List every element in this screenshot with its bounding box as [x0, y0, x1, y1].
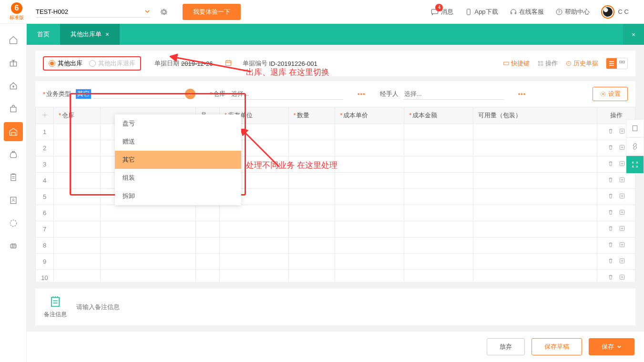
gift-icon: [9, 58, 18, 68]
table-row[interactable]: 7: [36, 221, 635, 238]
dd-option-chaxie[interactable]: 拆卸: [115, 187, 241, 205]
svg-rect-1: [467, 9, 470, 15]
column-settings-button[interactable]: 设置: [593, 87, 628, 101]
dd-option-zengsong[interactable]: 赠送: [115, 133, 241, 151]
rr-expand[interactable]: [626, 155, 644, 174]
rail-gift[interactable]: [4, 53, 23, 72]
add-row-icon[interactable]: [619, 160, 625, 168]
gear-column[interactable]: [36, 107, 54, 124]
tab-home[interactable]: 首页: [27, 24, 60, 45]
view-card[interactable]: [617, 58, 627, 69]
rail-clipboard[interactable]: [4, 168, 23, 187]
footer-bar: 放弃 保存草稿 保存: [27, 331, 644, 362]
rail-home[interactable]: [4, 31, 23, 50]
right-rail: [626, 119, 644, 174]
col-cost-price: *成本单价: [335, 107, 404, 124]
rail-money[interactable]: [4, 145, 23, 164]
chevron-down-icon: [144, 9, 150, 14]
close-icon[interactable]: ×: [105, 31, 109, 38]
add-row-icon[interactable]: [619, 225, 625, 233]
company-selector[interactable]: TEST-H002: [36, 6, 150, 18]
rail-contact[interactable]: [4, 191, 23, 210]
try-experience-button[interactable]: 我要体验一下: [183, 4, 241, 20]
tab-other-outbound[interactable]: 其他出库单 ×: [60, 24, 120, 45]
operate-link[interactable]: 操作: [537, 59, 558, 68]
delete-icon[interactable]: [607, 193, 614, 201]
rail-bag[interactable]: [4, 99, 23, 118]
dd-option-qita[interactable]: 其它: [115, 151, 241, 169]
business-type-field[interactable]: * 业务类型 其它: [43, 89, 195, 99]
radio-other-outbound[interactable]: 其他出库: [49, 59, 82, 68]
svg-point-22: [44, 114, 46, 116]
settings-gear-button[interactable]: [157, 5, 171, 19]
outbound-type-radio-group: 其他出库 其他出库退库: [43, 56, 141, 71]
handler-input[interactable]: [403, 88, 504, 100]
svg-text:新: 新: [10, 243, 16, 248]
expand-icon: [631, 161, 639, 168]
add-row-icon[interactable]: [619, 144, 625, 152]
messages-button[interactable]: 消息 4: [430, 8, 453, 16]
delete-icon[interactable]: [607, 160, 614, 168]
delete-icon[interactable]: [607, 258, 614, 266]
history-icon: [565, 60, 572, 67]
more-dots-icon[interactable]: •••: [358, 91, 366, 98]
view-toggle: [606, 58, 628, 69]
keyboard-icon: [503, 60, 510, 67]
dd-option-zuzhuang[interactable]: 组装: [115, 169, 241, 187]
document-header: 其他出库 其他出库退库 单据日期 2019-12-26 单据编号 ID-2019…: [35, 51, 635, 76]
rail-new[interactable]: 新: [4, 237, 23, 256]
table-row[interactable]: 9: [36, 254, 635, 270]
shortcut-link[interactable]: 快捷键: [503, 59, 530, 68]
close-all-tabs[interactable]: ×: [623, 24, 644, 45]
dd-option-pankui[interactable]: 盘亏: [115, 114, 241, 133]
history-link[interactable]: 历史单据: [565, 59, 598, 68]
add-row-icon[interactable]: [619, 241, 625, 249]
table-row[interactable]: 6: [36, 205, 635, 221]
online-service-button[interactable]: 在线客服: [510, 8, 544, 16]
handler-field[interactable]: 经手人: [380, 88, 504, 100]
warehouse-input[interactable]: [230, 88, 343, 100]
rail-house[interactable]: [4, 76, 23, 95]
remark-input[interactable]: [76, 303, 627, 310]
avatar: [601, 5, 614, 19]
radio-other-outbound-return[interactable]: 其他出库退库: [89, 59, 135, 68]
bag-icon: [9, 104, 18, 114]
svg-rect-20: [623, 61, 624, 63]
warehouse-field[interactable]: * 仓库: [210, 88, 343, 100]
discard-button[interactable]: 放弃: [487, 338, 525, 355]
rr-link[interactable]: [626, 137, 644, 155]
user-menu[interactable]: C C: [601, 5, 629, 19]
rr-note[interactable]: [626, 119, 644, 137]
save-draft-button[interactable]: 保存草稿: [532, 338, 582, 355]
delete-icon[interactable]: [607, 241, 614, 249]
table-row[interactable]: 10: [36, 270, 635, 282]
chevron-up-icon[interactable]: [185, 89, 195, 99]
clipboard-icon: [9, 173, 18, 182]
doc-date-value[interactable]: 2019-12-26: [181, 60, 213, 67]
view-list[interactable]: [606, 58, 617, 69]
save-button[interactable]: 保存: [589, 338, 634, 355]
add-row-icon[interactable]: [619, 176, 625, 185]
delete-icon[interactable]: [607, 209, 614, 217]
delete-icon[interactable]: [607, 274, 614, 282]
add-row-icon[interactable]: [619, 128, 625, 136]
warehouse-icon: [9, 127, 18, 136]
calendar-icon[interactable]: [225, 59, 232, 68]
help-center-button[interactable]: ? 帮助中心: [555, 8, 590, 16]
rail-warehouse[interactable]: [4, 122, 23, 141]
more-dots-icon[interactable]: •••: [518, 91, 526, 98]
business-type-dropdown: 盘亏 赠送 其它 组装 拆卸: [115, 114, 241, 205]
delete-icon[interactable]: [607, 225, 614, 233]
delete-icon[interactable]: [607, 144, 614, 152]
add-row-icon[interactable]: [619, 209, 625, 217]
contact-icon: [9, 196, 18, 205]
app-download-button[interactable]: App下载: [465, 8, 498, 16]
table-row[interactable]: 8: [36, 238, 635, 254]
rail-loading[interactable]: [4, 214, 23, 233]
delete-icon[interactable]: [607, 176, 614, 185]
doc-date-label: 单据日期: [154, 59, 179, 68]
add-row-icon[interactable]: [619, 193, 625, 201]
add-row-icon[interactable]: [619, 274, 625, 282]
add-row-icon[interactable]: [619, 258, 625, 266]
delete-icon[interactable]: [607, 128, 614, 136]
